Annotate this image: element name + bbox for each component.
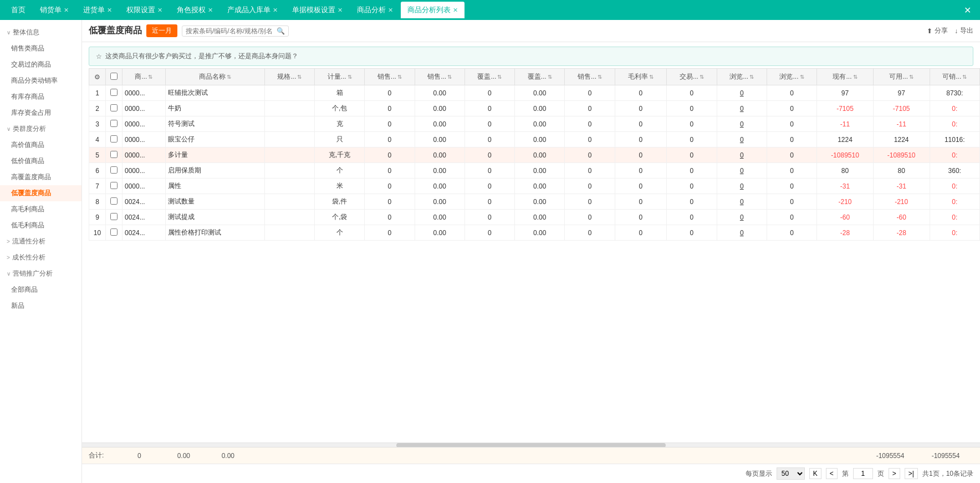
sidebar-item-all-goods[interactable]: 全部商品 — [0, 282, 81, 298]
col-name[interactable]: 商品名称⇅ — [165, 69, 264, 85]
row-views1[interactable]: 0 — [717, 132, 767, 148]
col-unit[interactable]: 计量...⇅ — [314, 69, 364, 85]
col-available-stock[interactable]: 可用...⇅ — [873, 69, 930, 85]
col-views1[interactable]: 浏览...⇅ — [717, 69, 767, 85]
table-row: 4 0000... 眼宝公仔 只 0 0.00 0 0.00 0 0 0 0 0… — [89, 132, 980, 148]
row-checkbox[interactable] — [106, 194, 122, 210]
last-page-button[interactable]: >| — [905, 468, 918, 479]
row-checkbox[interactable] — [106, 101, 122, 116]
row-views1[interactable]: 0 — [717, 101, 767, 116]
search-input[interactable] — [186, 27, 274, 35]
col-spec[interactable]: 规格...⇅ — [264, 69, 314, 85]
sidebar-item-stocked-goods[interactable]: 有库存商品 — [0, 89, 81, 105]
row-select-checkbox[interactable] — [110, 213, 118, 220]
sidebar-item-low-value[interactable]: 低价值商品 — [0, 153, 81, 169]
row-views1[interactable]: 0 — [717, 225, 767, 241]
current-page-input[interactable] — [853, 468, 873, 479]
sidebar-item-traded-goods[interactable]: 交易过的商品 — [0, 57, 81, 73]
row-select-checkbox[interactable] — [110, 151, 118, 158]
nav-permission-settings[interactable]: 权限设置 ✕ — [120, 2, 169, 18]
close-icon[interactable]: ✕ — [338, 7, 343, 14]
row-select-checkbox[interactable] — [110, 89, 118, 96]
row-views1[interactable]: 0 — [717, 163, 767, 179]
row-checkbox[interactable] — [106, 179, 122, 194]
row-views1[interactable]: 0 — [717, 85, 767, 101]
close-icon[interactable]: ✕ — [157, 7, 162, 14]
search-icon[interactable]: 🔍 — [277, 27, 285, 35]
next-page-button[interactable]: > — [889, 468, 900, 479]
sidebar-section-cluster[interactable]: ∨ 类群度分析 — [0, 121, 81, 137]
col-code[interactable]: 商...⇅ — [122, 69, 166, 85]
sidebar-item-high-margin[interactable]: 高毛利商品 — [0, 201, 81, 217]
sidebar-section-overall[interactable]: ∨ 整体信息 — [0, 24, 81, 40]
col-gross-margin[interactable]: 毛利率⇅ — [615, 69, 667, 85]
first-page-button[interactable]: K — [809, 468, 821, 479]
row-views1[interactable]: 0 — [717, 194, 767, 210]
window-close-button[interactable]: ✕ — [959, 3, 976, 18]
select-all-checkbox[interactable] — [110, 73, 118, 80]
col-current-stock[interactable]: 现有...⇅ — [817, 69, 874, 85]
sidebar-item-high-value[interactable]: 高价值商品 — [0, 137, 81, 153]
row-views1[interactable]: 0 — [717, 116, 767, 132]
col-sales3[interactable]: 销售...⇅ — [565, 69, 615, 85]
row-select-checkbox[interactable] — [110, 104, 118, 111]
row-views1[interactable]: 0 — [717, 179, 767, 194]
nav-home[interactable]: 首页 — [4, 2, 32, 18]
col-coverage1[interactable]: 覆盖...⇅ — [465, 69, 514, 85]
close-icon[interactable]: ✕ — [107, 7, 112, 14]
close-icon[interactable]: ✕ — [388, 7, 393, 14]
row-sales-amt: 0.00 — [415, 148, 465, 163]
row-checkbox[interactable] — [106, 148, 122, 163]
export-button[interactable]: ↓ 导出 — [955, 26, 973, 35]
sidebar-item-capital-occupied[interactable]: 库存资金占用 — [0, 105, 81, 121]
share-button[interactable]: ⬆ 分享 — [927, 26, 948, 35]
close-icon[interactable]: ✕ — [453, 7, 458, 14]
col-views2[interactable]: 浏览...⇅ — [767, 69, 816, 85]
page-size-select[interactable]: 50 100 200 — [777, 467, 805, 480]
sidebar-item-sales-goods[interactable]: 销售类商品 — [0, 40, 81, 57]
sidebar-item-high-coverage[interactable]: 高覆盖度商品 — [0, 169, 81, 185]
col-checkbox[interactable] — [106, 69, 122, 85]
close-icon[interactable]: ✕ — [64, 7, 69, 14]
sidebar-item-new-goods[interactable]: 新品 — [0, 298, 81, 314]
horizontal-scrollbar[interactable] — [82, 443, 980, 447]
nav-product-analysis[interactable]: 商品分析 ✕ — [350, 2, 400, 18]
row-views1[interactable]: 0 — [717, 148, 767, 163]
nav-sales-order[interactable]: 销货单 ✕ — [33, 2, 75, 18]
row-select-checkbox[interactable] — [110, 182, 118, 189]
row-select-checkbox[interactable] — [110, 120, 118, 127]
row-select-checkbox[interactable] — [110, 197, 118, 205]
sidebar-item-low-coverage[interactable]: 低覆盖度商品 — [0, 185, 81, 201]
row-checkbox[interactable] — [106, 225, 122, 241]
col-sales-qty[interactable]: 销售...⇅ — [365, 69, 415, 85]
row-checkbox[interactable] — [106, 132, 122, 148]
col-transaction[interactable]: 交易...⇅ — [667, 69, 717, 85]
sidebar-section-marketing[interactable]: ∨ 营销推广分析 — [0, 266, 81, 282]
row-checkbox[interactable] — [106, 163, 122, 179]
row-checkbox[interactable] — [106, 116, 122, 132]
close-icon[interactable]: ✕ — [273, 7, 278, 14]
row-select-checkbox[interactable] — [110, 228, 118, 236]
date-filter-button[interactable]: 近一月 — [146, 24, 177, 37]
sidebar-section-circulation[interactable]: > 流通性分析 — [0, 233, 81, 250]
nav-product-analysis-list[interactable]: 商品分析列表 ✕ — [401, 2, 465, 18]
col-coverage2[interactable]: 覆盖...⇅ — [515, 69, 565, 85]
nav-product-warehouse[interactable]: 产成品入库单 ✕ — [221, 2, 284, 18]
nav-role-auth[interactable]: 角色授权 ✕ — [170, 2, 220, 18]
sidebar-section-growth[interactable]: > 成长性分析 — [0, 250, 81, 266]
row-select-checkbox[interactable] — [110, 135, 118, 143]
col-sales-amt[interactable]: 销售...⇅ — [415, 69, 465, 85]
data-table-container[interactable]: ⚙ 商...⇅ 商品名称⇅ 规格...⇅ 计量...⇅ 销售...⇅ 销售...… — [82, 68, 980, 443]
col-settings[interactable]: ⚙ — [89, 69, 106, 85]
row-views1[interactable]: 0 — [717, 210, 767, 225]
nav-purchase-order[interactable]: 进货单 ✕ — [76, 2, 119, 18]
row-checkbox[interactable] — [106, 85, 122, 101]
col-sellable[interactable]: 可销...⇅ — [930, 69, 979, 85]
sidebar-item-category-rate[interactable]: 商品分类动销率 — [0, 73, 81, 89]
row-checkbox[interactable] — [106, 210, 122, 225]
row-select-checkbox[interactable] — [110, 166, 118, 174]
nav-template-settings[interactable]: 单据模板设置 ✕ — [285, 2, 349, 18]
sidebar-item-low-margin[interactable]: 低毛利商品 — [0, 217, 81, 233]
close-icon[interactable]: ✕ — [208, 7, 213, 14]
prev-page-button[interactable]: < — [826, 468, 838, 479]
